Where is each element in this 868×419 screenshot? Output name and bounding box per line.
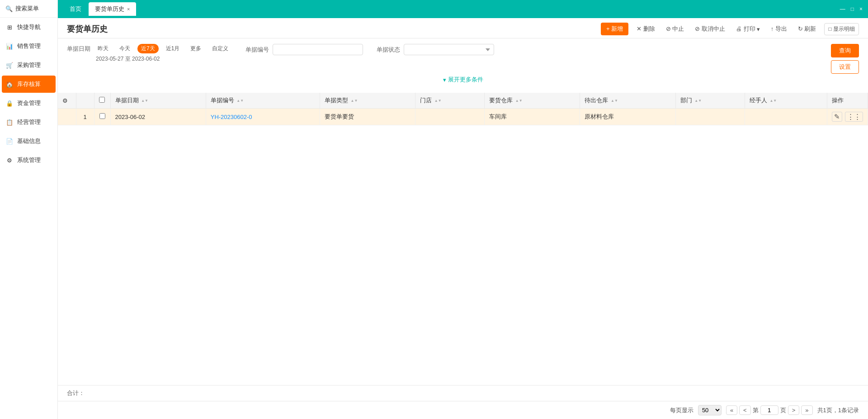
sidebar-search-label: 搜索菜单 bbox=[15, 5, 39, 13]
more-icon[interactable]: ⋮⋮ bbox=[845, 112, 863, 122]
docno-label: 单据编号 bbox=[245, 46, 269, 54]
per-page-select[interactable]: 50 20 100 bbox=[698, 405, 722, 415]
col-action: 操作 bbox=[827, 93, 868, 109]
expand-conditions-button[interactable]: ▾ 展开更多条件 bbox=[443, 76, 483, 84]
sidebar-label-purchase: 采购管理 bbox=[17, 61, 41, 69]
docno-input[interactable] bbox=[273, 44, 363, 55]
toolbar: + 新增 ✕ 删除 ⊘ 中止 ⊘ 取消中止 🖨 打印 ▾ ↑ 导出 ↻ 刷新 □… bbox=[601, 23, 859, 35]
date-filter-label: 单据日期 bbox=[67, 45, 90, 53]
table-body: 1 2023-06-02 YH-20230602-0 要货单要货 车间库 原材料… bbox=[58, 109, 868, 125]
new-button[interactable]: + 新增 bbox=[601, 23, 628, 35]
basicinfo-icon: 📄 bbox=[5, 137, 14, 145]
row-checkbox-cell[interactable] bbox=[94, 109, 110, 125]
sidebar-item-inventory[interactable]: 🏠 库存核算 bbox=[2, 76, 56, 93]
page-unit-label: 页 bbox=[780, 406, 786, 414]
main-content: 首页 要货单历史 × — □ × 要货单历史 + 新增 ✕ 删除 ⊘ 中止 ⊘ … bbox=[58, 0, 868, 419]
data-table: ⚙ 单据日期 ▲▼ 单据编号 ▲▼ bbox=[58, 93, 868, 125]
header-row: ⚙ 单据日期 ▲▼ 单据编号 ▲▼ bbox=[58, 93, 868, 109]
status-select[interactable] bbox=[404, 44, 494, 55]
display-detail-button[interactable]: □ 显示明细 bbox=[824, 23, 859, 35]
sidebar-item-system[interactable]: ⚙ 系统管理 bbox=[0, 151, 57, 170]
yesterday-btn[interactable]: 昨天 bbox=[94, 44, 112, 53]
row-dept bbox=[675, 109, 745, 125]
row-doctype: 要货单要货 bbox=[320, 109, 415, 125]
col-pending-warehouse[interactable]: 待出仓库 ▲▼ bbox=[580, 93, 675, 109]
stop-button[interactable]: ⊘ 中止 bbox=[663, 23, 687, 35]
table-row: 1 2023-06-02 YH-20230602-0 要货单要货 车间库 原材料… bbox=[58, 109, 868, 125]
first-page-btn[interactable]: « bbox=[726, 405, 737, 415]
sidebar-label-basicinfo: 基础信息 bbox=[17, 137, 41, 145]
col-docno[interactable]: 单据编号 ▲▼ bbox=[206, 93, 320, 109]
more-btn[interactable]: 更多 bbox=[187, 44, 205, 53]
today-btn[interactable]: 今天 bbox=[116, 44, 134, 53]
next-page-btn[interactable]: > bbox=[788, 405, 800, 415]
col-dept[interactable]: 部门 ▲▼ bbox=[675, 93, 745, 109]
sales-icon: 📊 bbox=[5, 42, 14, 50]
sort-doctype: ▲▼ bbox=[351, 99, 358, 103]
cancel-stop-button[interactable]: ⊘ 取消中止 bbox=[692, 23, 728, 35]
jump-label: 第 bbox=[753, 406, 759, 414]
row-pending-warehouse: 原材料仓库 bbox=[580, 109, 675, 125]
sidebar-label-sales: 销售管理 bbox=[17, 42, 41, 50]
window-minimize[interactable]: — bbox=[840, 6, 845, 12]
sidebar-label-finance: 资金管理 bbox=[17, 99, 41, 107]
sidebar-item-sales[interactable]: 📊 销售管理 bbox=[0, 37, 57, 56]
action-icons: ✎ ⋮⋮ bbox=[832, 112, 863, 122]
sidebar-item-operations[interactable]: 📋 经营管理 bbox=[0, 113, 57, 132]
row-handler bbox=[745, 109, 827, 125]
tab-home[interactable]: 首页 bbox=[63, 2, 88, 16]
tab-order-history[interactable]: 要货单历史 × bbox=[89, 2, 136, 16]
per-page-label: 每页显示 bbox=[670, 406, 693, 414]
col-store[interactable]: 门店 ▲▼ bbox=[415, 93, 485, 109]
tab-close-icon[interactable]: × bbox=[127, 6, 130, 12]
sort-handler: ▲▼ bbox=[769, 99, 777, 103]
row-docno[interactable]: YH-20230602-0 bbox=[206, 109, 320, 125]
col-req-warehouse[interactable]: 要货仓库 ▲▼ bbox=[485, 93, 580, 109]
sidebar-item-purchase[interactable]: 🛒 采购管理 bbox=[0, 56, 57, 75]
quick-nav-icon: ⊞ bbox=[5, 23, 14, 31]
sidebar-item-finance[interactable]: 🔒 资金管理 bbox=[0, 94, 57, 113]
sidebar-label-system: 系统管理 bbox=[17, 156, 41, 164]
sidebar-search[interactable]: 🔍 搜索菜单 bbox=[0, 0, 57, 18]
col-handler[interactable]: 经手人 ▲▼ bbox=[745, 93, 827, 109]
col-date[interactable]: 单据日期 ▲▼ bbox=[110, 93, 206, 109]
query-button[interactable]: 查询 bbox=[831, 44, 859, 57]
docno-link[interactable]: YH-20230602-0 bbox=[211, 114, 252, 120]
custom-btn[interactable]: 自定义 bbox=[208, 44, 232, 53]
row-num: 1 bbox=[76, 109, 94, 125]
page-number-input[interactable] bbox=[760, 405, 778, 415]
inventory-icon: 🏠 bbox=[5, 80, 14, 88]
refresh-button[interactable]: ↻ 刷新 bbox=[795, 23, 819, 35]
filter-grid: 单据日期 昨天 今天 近7天 近1月 更多 自定义 2023-05-27 至 2… bbox=[67, 44, 859, 74]
expand-down-icon: ▾ bbox=[443, 76, 446, 83]
col-checkbox[interactable] bbox=[94, 93, 110, 109]
sidebar-item-basicinfo[interactable]: 📄 基础信息 bbox=[0, 132, 57, 151]
edit-icon[interactable]: ✎ bbox=[832, 112, 842, 122]
table-footer: 合计： bbox=[58, 385, 868, 401]
month-btn[interactable]: 近1月 bbox=[162, 44, 184, 53]
print-button[interactable]: 🖨 打印 ▾ bbox=[733, 23, 763, 35]
export-button[interactable]: ↑ 导出 bbox=[768, 23, 790, 35]
week-btn[interactable]: 近7天 bbox=[137, 44, 159, 53]
col-doctype[interactable]: 单据类型 ▲▼ bbox=[320, 93, 415, 109]
sort-store: ▲▼ bbox=[434, 99, 442, 103]
sidebar: 🔍 搜索菜单 ⊞ 快捷导航 📊 销售管理 🛒 采购管理 🏠 库存核算 🔒 资金管… bbox=[0, 0, 58, 419]
content-wrap: 要货单历史 + 新增 ✕ 删除 ⊘ 中止 ⊘ 取消中止 🖨 打印 ▾ ↑ 导出 … bbox=[58, 18, 868, 419]
last-page-btn[interactable]: » bbox=[801, 405, 812, 415]
filter-settings-button[interactable]: 设置 bbox=[831, 60, 859, 74]
prev-page-btn[interactable]: < bbox=[739, 405, 751, 415]
date-filter-group: 单据日期 昨天 今天 近7天 近1月 更多 自定义 2023-05-27 至 2… bbox=[67, 44, 232, 63]
page-title: 要货单历史 bbox=[67, 24, 108, 34]
operations-icon: 📋 bbox=[5, 118, 14, 126]
date-range-display: 2023-05-27 至 2023-06-02 bbox=[96, 56, 160, 62]
sort-date: ▲▼ bbox=[141, 99, 148, 103]
window-maximize[interactable]: □ bbox=[851, 6, 854, 12]
select-all-checkbox[interactable] bbox=[99, 97, 105, 103]
col-settings[interactable]: ⚙ bbox=[58, 93, 76, 109]
finance-icon: 🔒 bbox=[5, 99, 14, 107]
sidebar-label-quick-nav: 快捷导航 bbox=[17, 23, 41, 31]
row-checkbox[interactable] bbox=[99, 113, 105, 119]
delete-button[interactable]: ✕ 删除 bbox=[634, 23, 658, 35]
window-close[interactable]: × bbox=[859, 6, 863, 12]
sidebar-item-quick-nav[interactable]: ⊞ 快捷导航 bbox=[0, 18, 57, 37]
